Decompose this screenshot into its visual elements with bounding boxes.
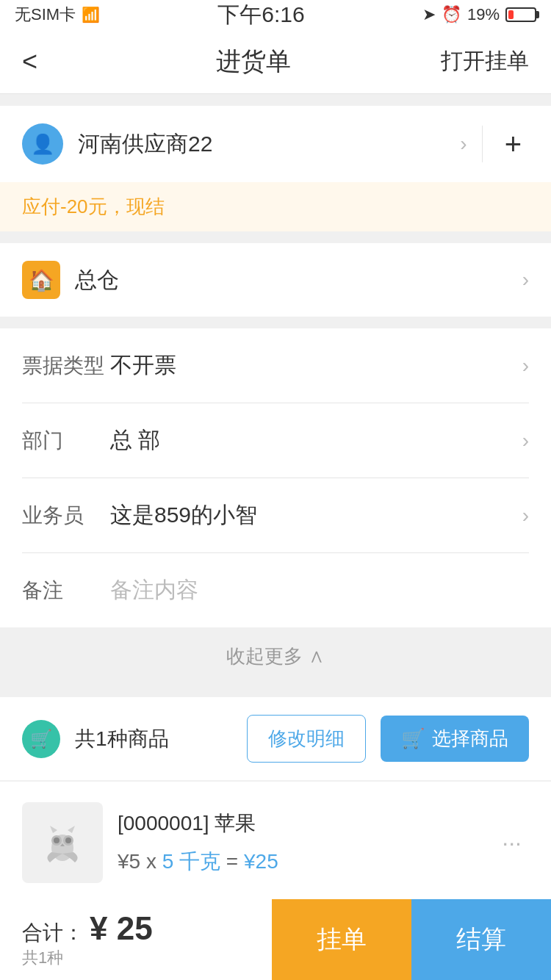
salesperson-label: 业务员 xyxy=(22,502,110,530)
product-info: [0000001] 苹果 ¥5 x 5 千克 = ¥25 xyxy=(118,810,480,876)
status-right: ➤ ⏰ 19% xyxy=(422,5,536,24)
form-section: 票据类型 不开票 › 部门 总 部 › 业务员 这是859的小智 › 备注 备注… xyxy=(0,328,551,627)
department-chevron-icon: › xyxy=(522,429,529,453)
product-item: [0000001] 苹果 ¥5 x 5 千克 = ¥25 ··· xyxy=(0,782,551,904)
add-supplier-button[interactable]: + xyxy=(497,128,529,161)
status-time: 下午6:16 xyxy=(217,0,304,30)
bottom-summary: 合计： ¥ 25 共1种 xyxy=(0,899,272,980)
product-more-button[interactable]: ··· xyxy=(494,829,529,857)
warehouse-icon: 🏠 xyxy=(22,261,60,299)
invoice-type-row[interactable]: 票据类型 不开票 › xyxy=(0,328,551,403)
wifi-icon: 📶 xyxy=(82,6,100,24)
svg-point-5 xyxy=(65,837,71,843)
department-value: 总 部 xyxy=(110,425,522,455)
remark-row[interactable]: 备注 备注内容 xyxy=(0,553,551,627)
select-product-button[interactable]: 🛒 选择商品 xyxy=(381,716,529,762)
product-thumbnail xyxy=(22,802,103,883)
supplier-name: 河南供应商22 xyxy=(78,129,460,159)
owl-logo-icon xyxy=(37,817,88,868)
select-product-icon: 🛒 xyxy=(401,727,425,750)
total-sub-label: 共1种 xyxy=(22,947,250,969)
top-divider xyxy=(0,94,551,106)
product-price: ¥5 x 5 千克 = ¥25 xyxy=(118,848,480,876)
suspend-button[interactable]: 挂单 xyxy=(272,899,411,980)
warehouse-name: 总仓 xyxy=(75,265,522,295)
collapse-button[interactable]: 收起更多 ∧ xyxy=(0,627,551,685)
battery-icon xyxy=(505,7,536,22)
supplier-section: 👤 河南供应商22 › + 应付-20元，现结 xyxy=(0,106,551,231)
product-count-icon: 🛒 xyxy=(22,720,60,758)
remark-input[interactable]: 备注内容 xyxy=(110,575,529,605)
house-icon: 🏠 xyxy=(29,268,54,292)
divider-2 xyxy=(0,317,551,328)
total-label: 合计： xyxy=(22,919,84,947)
product-name: [0000001] 苹果 xyxy=(118,810,480,837)
product-title: 苹果 xyxy=(215,812,256,835)
cart-small-icon: 🛒 xyxy=(30,729,52,749)
salesperson-chevron-icon: › xyxy=(522,504,529,527)
avatar-icon: 👤 xyxy=(31,133,54,156)
status-left: 无SIM卡 📶 xyxy=(15,4,100,26)
department-row[interactable]: 部门 总 部 › xyxy=(0,403,551,478)
total-row: 合计： ¥ 25 xyxy=(22,910,250,947)
invoice-type-label: 票据类型 xyxy=(22,352,110,380)
invoice-type-value: 不开票 xyxy=(110,350,522,381)
total-amount: ¥ 25 xyxy=(90,910,153,947)
suspend-label: 挂单 xyxy=(317,923,367,956)
carrier-text: 无SIM卡 xyxy=(15,4,76,26)
warehouse-row[interactable]: 🏠 总仓 › xyxy=(0,243,551,317)
supplier-alert: 应付-20元，现结 xyxy=(0,182,551,231)
product-header: 🛒 共1种商品 修改明细 🛒 选择商品 xyxy=(0,697,551,780)
battery-text: 19% xyxy=(467,5,500,24)
remark-label: 备注 xyxy=(22,577,110,605)
price-total: ¥25 xyxy=(244,850,278,873)
bottom-bar: 合计： ¥ 25 共1种 挂单 结算 xyxy=(0,899,551,980)
nav-bar: < 进货单 打开挂单 xyxy=(0,29,551,94)
price-unit: ¥5 xyxy=(118,850,140,873)
department-label: 部门 xyxy=(22,427,110,455)
collapse-label: 收起更多 ∧ xyxy=(226,644,324,669)
product-id: [0000001] xyxy=(118,812,209,835)
back-button[interactable]: < xyxy=(22,46,66,77)
select-product-label: 选择商品 xyxy=(432,726,508,752)
vertical-divider xyxy=(482,126,483,162)
warehouse-chevron-icon: › xyxy=(522,268,529,292)
salesperson-value: 这是859的小智 xyxy=(110,500,522,530)
alarm-icon: ⏰ xyxy=(442,5,461,24)
page-title: 进货单 xyxy=(216,45,291,79)
salesperson-row[interactable]: 业务员 这是859的小智 › xyxy=(0,478,551,552)
price-quantity: 5 xyxy=(162,850,174,873)
checkout-label: 结算 xyxy=(456,923,506,956)
supplier-chevron-icon: › xyxy=(460,132,467,156)
price-unit-label: 千克 xyxy=(179,850,220,873)
invoice-type-chevron-icon: › xyxy=(522,354,529,378)
supplier-avatar: 👤 xyxy=(22,123,63,165)
checkout-button[interactable]: 结算 xyxy=(411,899,551,980)
edit-detail-button[interactable]: 修改明细 xyxy=(247,715,366,763)
status-bar: 无SIM卡 📶 下午6:16 ➤ ⏰ 19% xyxy=(0,0,551,29)
location-icon: ➤ xyxy=(422,5,436,24)
product-count-label: 共1种商品 xyxy=(75,725,232,753)
supplier-row[interactable]: 👤 河南供应商22 › + xyxy=(0,106,551,182)
open-pending-button[interactable]: 打开挂单 xyxy=(441,46,529,76)
svg-point-4 xyxy=(54,837,60,843)
divider-3 xyxy=(0,685,551,697)
divider-1 xyxy=(0,231,551,243)
